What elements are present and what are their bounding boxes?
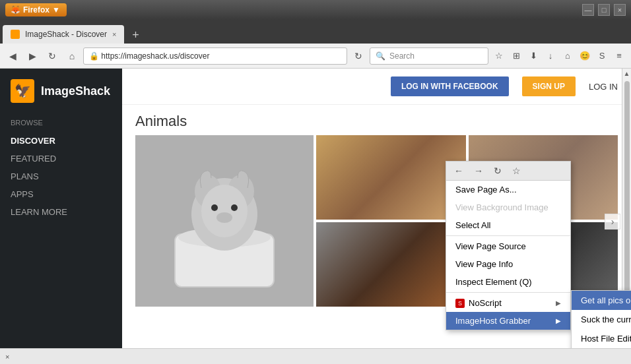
svg-point-6 — [201, 185, 248, 237]
home-button[interactable]: ⌂ — [63, 47, 81, 65]
submenu-host-file[interactable]: Host File Editor — [572, 329, 631, 348]
page-title: Animals — [122, 105, 631, 135]
search-icon: 🔍 — [376, 51, 385, 61]
page-header: LOG IN WITH FACEBOOK SIGN UP LOG IN — [122, 69, 631, 105]
ctx-inspect[interactable]: Inspect Element (Q) — [446, 273, 570, 291]
sidebar-item-featured[interactable]: FEATURED — [0, 150, 122, 167]
sidebar-section-browse: Browse — [0, 116, 122, 132]
back-icon: ◀ — [9, 51, 17, 61]
firefox-dropdown-icon: ▼ — [52, 5, 60, 15]
firefox-label: Firefox — [23, 5, 50, 15]
main-wrapper: 🦅 ImageShack Browse DISCOVER FEATURED PL… — [0, 69, 631, 348]
ctx-imagehost[interactable]: ImageHost Grabber ▶ — [446, 312, 570, 330]
signup-button[interactable]: SIGN UP — [522, 76, 576, 96]
emoji-icon[interactable]: 😊 — [577, 48, 593, 64]
image-item-3[interactable] — [316, 222, 466, 307]
sidebar-item-label-discover: DISCOVER — [11, 136, 55, 146]
sidebar-item-label-featured: FEATURED — [11, 154, 56, 164]
active-tab[interactable]: ImageShack - Discover × — [3, 25, 124, 44]
ctx-view-source-label: View Page Source — [455, 241, 526, 251]
nav-icons: ☆ ⊞ ⬇ ↓ ⌂ 😊 S ≡ — [491, 48, 627, 64]
logo-area: 🦅 ImageShack — [0, 79, 122, 116]
ctx-view-bg: View Background Image — [446, 198, 570, 216]
page-content: LOG IN WITH FACEBOOK SIGN UP LOG IN Anim… — [122, 69, 631, 348]
tab-bar: ImageShack - Discover × + — [0, 20, 631, 44]
scroll-up-arrow[interactable]: ▲ — [622, 69, 631, 78]
ctx-select-all-label: Select All — [455, 220, 490, 230]
ctx-noscript[interactable]: S NoScript ▶ — [446, 294, 570, 312]
imagehost-submenu-arrow: ▶ — [556, 317, 561, 324]
noscript-icon: S — [455, 299, 465, 308]
account-icon[interactable]: S — [594, 48, 610, 64]
close-icon: × — [618, 6, 622, 14]
new-tab-button[interactable]: + — [127, 26, 144, 44]
download-icon[interactable]: ↓ — [543, 48, 558, 64]
ctx-save-page-label: Save Page As... — [455, 185, 517, 195]
history-icon[interactable]: ⊞ — [508, 48, 524, 64]
sidebar: 🦅 ImageShack Browse DISCOVER FEATURED PL… — [0, 69, 122, 348]
ctx-bookmark-button[interactable]: ☆ — [512, 166, 521, 176]
ctx-view-source[interactable]: View Page Source — [446, 237, 570, 255]
ctx-view-info[interactable]: View Page Info — [446, 255, 570, 273]
tab-favicon — [11, 30, 20, 39]
image-item-2[interactable] — [316, 135, 466, 220]
sidebar-item-label-learn-more: LEARN MORE — [11, 207, 67, 217]
sidebar-item-apps[interactable]: APPS — [0, 185, 122, 203]
scroll-right-button[interactable]: › — [605, 214, 620, 229]
login-button[interactable]: LOG IN — [589, 82, 618, 92]
url-text: https://imageshack.us/discover — [101, 51, 209, 61]
ctx-select-all[interactable]: Select All — [446, 216, 570, 234]
image-item-1[interactable] — [135, 135, 314, 307]
context-menu-header: ← → ↻ ☆ — [446, 162, 570, 181]
submenu: Get all pics on page Suck the current th… — [571, 290, 631, 348]
title-bar: 🦊 Firefox ▼ — □ × — [0, 0, 631, 20]
ctx-forward-button[interactable]: → — [474, 166, 483, 176]
firefox-icon: 🦊 — [11, 5, 20, 15]
refresh-url-button[interactable]: ↻ — [350, 47, 367, 65]
ctx-noscript-label: NoScript — [469, 298, 502, 308]
reload-button[interactable]: ↻ — [44, 47, 61, 65]
back-button[interactable]: ◀ — [4, 47, 21, 65]
svg-point-9 — [216, 212, 232, 223]
firefox-menu-button[interactable]: 🦊 Firefox ▼ — [5, 3, 67, 16]
ctx-reload-button[interactable]: ↻ — [494, 166, 502, 176]
submenu-suck-thread[interactable]: Suck the current thread — [572, 310, 631, 329]
menu-icon[interactable]: ≡ — [611, 48, 627, 64]
search-placeholder: Search — [389, 51, 415, 61]
submenu-get-all-pics[interactable]: Get all pics on page — [572, 291, 631, 310]
maximize-button[interactable]: □ — [598, 4, 610, 16]
pocket-icon[interactable]: ⬇ — [525, 48, 541, 64]
minimize-button[interactable]: — — [582, 4, 594, 16]
ctx-view-bg-label: View Background Image — [455, 202, 548, 212]
status-bar-text: × — [5, 353, 9, 361]
sync-icon[interactable]: ⌂ — [560, 48, 576, 64]
close-button[interactable]: × — [614, 4, 626, 16]
sidebar-item-plans[interactable]: PLANS — [0, 167, 122, 185]
ctx-divider-2 — [446, 292, 570, 293]
tab-close-button[interactable]: × — [112, 30, 116, 38]
submenu-get-all-pics-label: Get all pics on page — [581, 295, 631, 305]
submenu-host-file-label: Host File Editor — [581, 334, 631, 344]
url-bar[interactable]: 🔒 https://imageshack.us/discover — [83, 47, 347, 65]
sidebar-item-discover[interactable]: DISCOVER — [0, 132, 122, 150]
svg-point-7 — [211, 204, 218, 211]
forward-icon: ▶ — [29, 51, 36, 61]
ctx-inspect-label: Inspect Element (Q) — [455, 277, 532, 287]
reload-icon: ↻ — [48, 51, 56, 61]
search-bar[interactable]: 🔍 Search — [370, 47, 488, 65]
forward-button[interactable]: ▶ — [24, 47, 41, 65]
navigation-bar: ◀ ▶ ↻ ⌂ 🔒 https://imageshack.us/discover… — [0, 44, 631, 69]
ctx-save-page[interactable]: Save Page As... — [446, 181, 570, 198]
ctx-view-info-label: View Page Info — [455, 259, 513, 269]
sidebar-item-learn-more[interactable]: LEARN MORE — [0, 203, 122, 221]
login-facebook-button[interactable]: LOG IN WITH FACEBOOK — [391, 76, 509, 96]
noscript-submenu-arrow: ▶ — [556, 299, 561, 307]
minimize-icon: — — [585, 6, 592, 14]
logo-icon: 🦅 — [11, 79, 34, 103]
ctx-back-button[interactable]: ← — [454, 166, 463, 176]
window-controls: — □ × — [582, 4, 626, 16]
title-bar-left: 🦊 Firefox ▼ — [5, 3, 67, 16]
bookmark-icon[interactable]: ☆ — [491, 48, 507, 64]
tab-title: ImageShack - Discover — [25, 30, 107, 39]
svg-point-8 — [231, 204, 238, 211]
